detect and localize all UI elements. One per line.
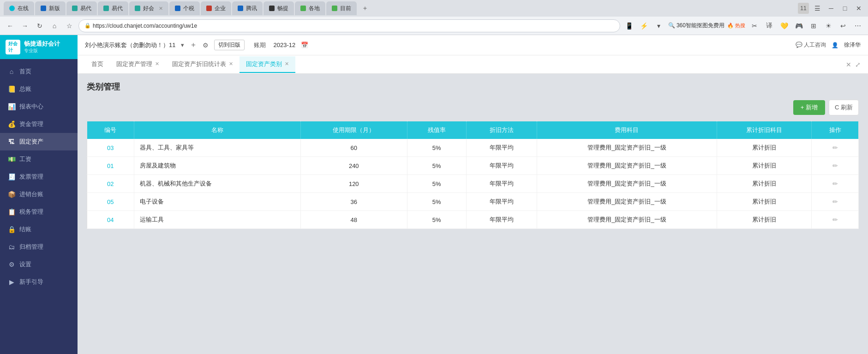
tab-window-controls: ✕ ⤢ (846, 61, 861, 68)
tab-close-4[interactable]: ✕ (159, 6, 163, 12)
refresh-button[interactable]: C 刷新 (829, 100, 859, 115)
header-settings-btn[interactable]: ⚙ (203, 42, 209, 49)
undo-button[interactable]: ↩ (838, 20, 849, 31)
invoice-icon: 🧾 (7, 173, 16, 181)
cell-code-3[interactable]: 05 (87, 193, 134, 211)
browser-tab-4[interactable]: 好会 ✕ (129, 1, 168, 15)
consult-button[interactable]: 💬 人工咨询 (796, 41, 826, 49)
content-tab-category[interactable]: 固定资产类别 ✕ (239, 56, 295, 73)
table-row: 03 器具、工具、家具等 60 5% 年限平均 管理费用_固定资产折旧_一级 累… (87, 139, 859, 157)
edit-button-4[interactable]: ✏ (832, 216, 838, 223)
calendar-icon[interactable]: 📅 (301, 42, 308, 48)
browser-tab-10[interactable]: 目前 (326, 1, 357, 15)
browser-tab-6[interactable]: 企业 (201, 1, 231, 15)
home-icon: ⌂ (7, 67, 16, 76)
cell-months-3: 36 (300, 193, 407, 211)
sidebar-item-report[interactable]: 📊 报表中心 (0, 98, 78, 115)
bookmark-button[interactable]: ☆ (64, 20, 75, 31)
close-window-icon[interactable]: ✕ (846, 61, 851, 68)
cell-code-1[interactable]: 01 (87, 157, 134, 175)
close-tab-category[interactable]: ✕ (285, 61, 289, 67)
tab-label-4: 好会 (143, 5, 154, 12)
period-value: 2023-12 (273, 42, 295, 48)
dropdown-button[interactable]: ▾ (653, 20, 664, 31)
header-user-arrow[interactable]: ▾ (181, 42, 184, 48)
table-row: 02 机器、机械和其他生产设备 120 5% 年限平均 管理费用_固定资产折旧_… (87, 175, 859, 193)
content-tab-home[interactable]: 首页 (85, 56, 110, 73)
edit-button-3[interactable]: ✏ (832, 198, 838, 205)
browser-tab-5[interactable]: 个税 (169, 1, 200, 15)
edit-button-0[interactable]: ✏ (832, 144, 838, 151)
close-tab-asset-mgmt[interactable]: ✕ (155, 61, 159, 67)
sidebar-item-fund[interactable]: 💰 资金管理 (0, 115, 78, 133)
more-button[interactable]: ⋯ (852, 20, 863, 31)
col-header-method: 折旧方法 (466, 121, 537, 139)
tab-label-8: 畅提 (277, 5, 288, 12)
tab-label-6: 企业 (215, 5, 226, 12)
lightning-button[interactable]: ⚡ (639, 20, 650, 31)
browser-close-button[interactable]: ✕ (853, 3, 864, 14)
back-button[interactable]: ← (5, 20, 16, 31)
cell-months-4: 48 (300, 211, 407, 229)
content-tab-home-label: 首页 (91, 60, 103, 68)
sidebar-item-home[interactable]: ⌂ 首页 (0, 63, 78, 80)
sidebar-item-asset[interactable]: 🏗 固定资产 (0, 133, 78, 150)
wallet-button[interactable]: 💛 (778, 20, 790, 31)
content-tab-depreciation-label: 固定资产折旧统计表 (172, 60, 226, 68)
cell-code-0[interactable]: 03 (87, 139, 134, 157)
browser-menu-button[interactable]: ☰ (812, 3, 823, 14)
grid-button[interactable]: ⊞ (808, 20, 819, 31)
cell-code-4[interactable]: 04 (87, 211, 134, 229)
browser-tab-3[interactable]: 易代 (98, 1, 128, 15)
edit-button-1[interactable]: ✏ (832, 162, 838, 169)
sidebar-item-archive[interactable]: 🗂 归档管理 (0, 238, 78, 256)
browser-tab-2[interactable]: 易代 (66, 1, 97, 15)
edit-button-2[interactable]: ✏ (832, 180, 838, 187)
cell-accum-3: 累计折旧 (717, 193, 811, 211)
game-button[interactable]: 🎮 (793, 20, 804, 31)
sidebar-item-guide[interactable]: ▶ 新手引导 (0, 273, 78, 291)
fund-icon: 💰 (7, 120, 16, 128)
translate-button[interactable]: 译 (764, 20, 775, 31)
add-category-button[interactable]: + 新增 (793, 100, 825, 115)
scissors-button[interactable]: ✂ (749, 20, 760, 31)
maximize-window-icon[interactable]: ⤢ (855, 61, 861, 68)
sidebar-item-closing[interactable]: 🔒 结账 (0, 221, 78, 238)
cell-months-2: 120 (300, 175, 407, 193)
cell-method-4: 年限平均 (466, 211, 537, 229)
closing-icon: 🔒 (7, 225, 16, 234)
forward-button[interactable]: → (19, 20, 30, 31)
browser-minimize-button[interactable]: ─ (826, 3, 837, 14)
browser-maximize-button[interactable]: □ (839, 3, 850, 14)
content-tab-depreciation[interactable]: 固定资产折旧统计表 ✕ (166, 56, 239, 73)
address-bar[interactable]: 🔒 https://cloud.chanjet.com/accounting/u… (78, 19, 620, 32)
devices-button[interactable]: 📱 (624, 20, 635, 31)
sidebar-label-payroll: 工资 (19, 155, 31, 163)
search-text: 🔍 360智能抠图免费用 (668, 22, 724, 30)
reload-button[interactable]: ↻ (34, 20, 45, 31)
page-title: 类别管理 (87, 81, 859, 92)
close-tab-depreciation[interactable]: ✕ (229, 61, 233, 67)
sidebar-item-payroll[interactable]: 💵 工资 (0, 150, 78, 168)
sidebar-item-ledger[interactable]: 📒 总账 (0, 80, 78, 98)
switch-view-button[interactable]: 切到旧版 (214, 40, 245, 50)
sidebar-item-invoice[interactable]: 🧾 发票管理 (0, 168, 78, 186)
sidebar-item-tax[interactable]: 📋 税务管理 (0, 203, 78, 221)
main-area: 刘小艳演示账套（勿删勿动！）11 ▾ ＋ ⚙ 切到旧版 账期 2023-12 📅… (78, 35, 868, 354)
browser-tab-9[interactable]: 各地 (295, 1, 325, 15)
inventory-icon: 📦 (7, 190, 16, 198)
browser-tab-0[interactable]: 在线 (4, 1, 34, 15)
browser-tab-bar: 在线 新版 易代 易代 好会 ✕ 个税 企业 腾讯 (0, 0, 868, 17)
content-tab-asset-mgmt[interactable]: 固定资产管理 ✕ (110, 56, 166, 73)
sidebar-item-inventory[interactable]: 📦 进销台账 (0, 186, 78, 203)
browser-tab-1[interactable]: 新版 (35, 1, 66, 15)
browser-tab-7[interactable]: 腾讯 (232, 1, 263, 15)
sidebar-item-settings[interactable]: ⚙ 设置 (0, 256, 78, 273)
home-button[interactable]: ⌂ (49, 20, 60, 31)
header-add-btn[interactable]: ＋ (190, 40, 197, 50)
cell-code-2[interactable]: 02 (87, 175, 134, 193)
browser-tab-8[interactable]: 畅提 (263, 1, 294, 15)
sidebar-label-asset: 固定资产 (19, 138, 43, 146)
brightness-button[interactable]: ☀ (823, 20, 834, 31)
new-tab-button[interactable]: ＋ (359, 3, 371, 14)
